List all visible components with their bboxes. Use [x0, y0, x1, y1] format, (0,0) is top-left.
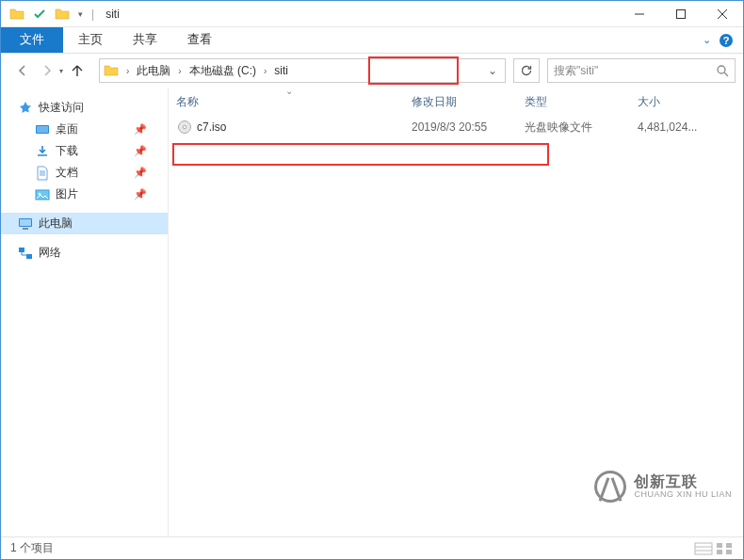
col-size[interactable]: 大小 — [638, 94, 732, 110]
breadcrumb-thispc[interactable]: 此电脑 — [135, 63, 172, 79]
column-headers: 名称 修改日期 类型 大小 — [169, 88, 743, 116]
tab-home[interactable]: 主页 — [63, 27, 118, 53]
pin-icon: 📌 — [134, 145, 147, 157]
status-item-count: 1 个项目 — [10, 540, 54, 556]
sidebar-documents[interactable]: 文档 📌 — [1, 162, 168, 184]
svg-rect-1 — [677, 9, 686, 18]
file-row[interactable]: c7.iso 2019/8/3 20:55 光盘映像文件 4,481,024..… — [169, 116, 743, 138]
desktop-icon — [35, 122, 50, 137]
svg-rect-14 — [23, 228, 28, 230]
breadcrumb-caret-2[interactable]: › — [258, 66, 272, 76]
file-list[interactable]: c7.iso 2019/8/3 20:55 光盘映像文件 4,481,024..… — [169, 116, 743, 536]
svg-rect-25 — [726, 550, 732, 554]
address-bar[interactable]: › 此电脑 › 本地磁盘 (C:) › siti ⌄ — [99, 58, 506, 83]
svg-rect-22 — [717, 543, 722, 548]
nav-arrows: ▾ — [8, 60, 91, 81]
pin-icon: 📌 — [134, 123, 147, 136]
quick-access-toolbar: ▾ | siti — [1, 4, 120, 24]
sidebar-quickaccess[interactable]: 快速访问 — [1, 97, 168, 119]
explorer-window: ▾ | siti 文件 主页 共享 查看 ⌄ ? ▾ — [0, 0, 744, 560]
svg-rect-23 — [726, 543, 732, 548]
title-separator: | — [91, 8, 94, 21]
pin-icon: 📌 — [134, 167, 147, 179]
breadcrumb-folder[interactable]: siti — [272, 64, 290, 77]
breadcrumb-root-caret[interactable]: › — [121, 66, 135, 76]
sidebar-thispc-label: 此电脑 — [39, 216, 73, 232]
pictures-icon — [35, 187, 50, 202]
address-dropdown-icon[interactable]: ⌄ — [484, 64, 501, 77]
sidebar-downloads-label: 下载 — [56, 143, 78, 159]
breadcrumb-caret-1[interactable]: › — [172, 66, 186, 76]
navigation-pane: 快速访问 桌面 📌 下载 📌 文档 📌 — [1, 88, 169, 536]
svg-rect-13 — [20, 219, 31, 226]
tab-share[interactable]: 共享 — [118, 27, 172, 53]
file-name: c7.iso — [193, 120, 412, 134]
svg-rect-9 — [37, 126, 48, 133]
sidebar-downloads[interactable]: 下载 📌 — [1, 140, 168, 162]
svg-rect-15 — [19, 248, 24, 252]
documents-icon — [35, 166, 50, 181]
svg-line-7 — [724, 72, 728, 76]
network-icon — [18, 246, 33, 261]
sidebar-network[interactable]: 网络 — [1, 242, 168, 264]
body: ⌄ 快速访问 桌面 📌 下载 📌 — [1, 88, 743, 536]
maximize-button[interactable] — [660, 1, 702, 27]
star-icon — [18, 101, 33, 116]
svg-rect-19 — [695, 543, 712, 554]
qat-dropdown-icon[interactable]: ▾ — [74, 4, 86, 24]
sidebar-pictures-label: 图片 — [56, 186, 78, 202]
search-icon — [716, 64, 729, 77]
sidebar-thispc[interactable]: 此电脑 — [1, 213, 168, 234]
highlight-address — [368, 56, 459, 85]
status-bar: 1 个项目 — [1, 536, 743, 559]
col-name[interactable]: 名称 — [176, 94, 412, 110]
highlight-file — [172, 143, 549, 166]
address-folder-icon — [104, 63, 119, 78]
tab-view[interactable]: 查看 — [172, 27, 227, 53]
help-icon[interactable]: ? — [719, 33, 734, 48]
window-controls — [619, 1, 743, 27]
sidebar-quickaccess-label: 快速访问 — [39, 100, 84, 116]
downloads-icon — [35, 144, 50, 159]
col-date[interactable]: 修改日期 — [412, 94, 525, 110]
minimize-button[interactable] — [619, 1, 660, 27]
close-button[interactable] — [702, 1, 743, 27]
sidebar-pictures[interactable]: 图片 📌 — [1, 184, 168, 205]
sidebar-desktop-label: 桌面 — [56, 121, 78, 137]
search-box[interactable]: 搜索"siti" — [547, 58, 736, 83]
ribbon-expand-icon[interactable]: ⌄ — [703, 34, 711, 46]
col-type[interactable]: 类型 — [525, 94, 638, 110]
history-dropdown-icon[interactable]: ▾ — [59, 67, 63, 75]
file-size: 4,481,024... — [638, 120, 732, 134]
breadcrumb-drive[interactable]: 本地磁盘 (C:) — [187, 63, 258, 79]
svg-point-18 — [183, 125, 186, 129]
sidebar-desktop[interactable]: 桌面 📌 — [1, 119, 168, 140]
qat-folder-icon[interactable] — [52, 4, 73, 24]
folder-icon — [7, 4, 27, 24]
pin-icon: 📌 — [134, 188, 147, 200]
file-list-pane: 名称 修改日期 类型 大小 c7.iso 2019/8/3 20:55 光盘映像… — [169, 88, 743, 536]
svg-rect-24 — [717, 550, 722, 554]
nav-row: ▾ › 此电脑 › 本地磁盘 (C:) › siti ⌄ 搜索"siti" — [1, 54, 743, 88]
up-button[interactable] — [67, 60, 88, 81]
svg-point-6 — [718, 66, 725, 73]
iso-file-icon — [176, 120, 193, 135]
sidebar-network-label: 网络 — [39, 245, 61, 261]
ribbon-tabs: 文件 主页 共享 查看 ⌄ ? — [1, 27, 743, 54]
file-type: 光盘映像文件 — [525, 120, 638, 136]
forward-button[interactable] — [37, 60, 57, 81]
refresh-button[interactable] — [513, 58, 540, 83]
tab-file[interactable]: 文件 — [1, 27, 63, 53]
back-button[interactable] — [12, 60, 33, 81]
svg-text:?: ? — [723, 35, 730, 46]
window-title: siti — [105, 8, 120, 21]
thispc-icon — [18, 216, 33, 232]
properties-icon[interactable] — [29, 4, 50, 24]
file-date: 2019/8/3 20:55 — [412, 120, 525, 134]
view-switcher[interactable] — [694, 541, 734, 556]
search-placeholder: 搜索"siti" — [554, 63, 598, 79]
title-bar: ▾ | siti — [1, 1, 743, 27]
sidebar-documents-label: 文档 — [56, 165, 78, 181]
